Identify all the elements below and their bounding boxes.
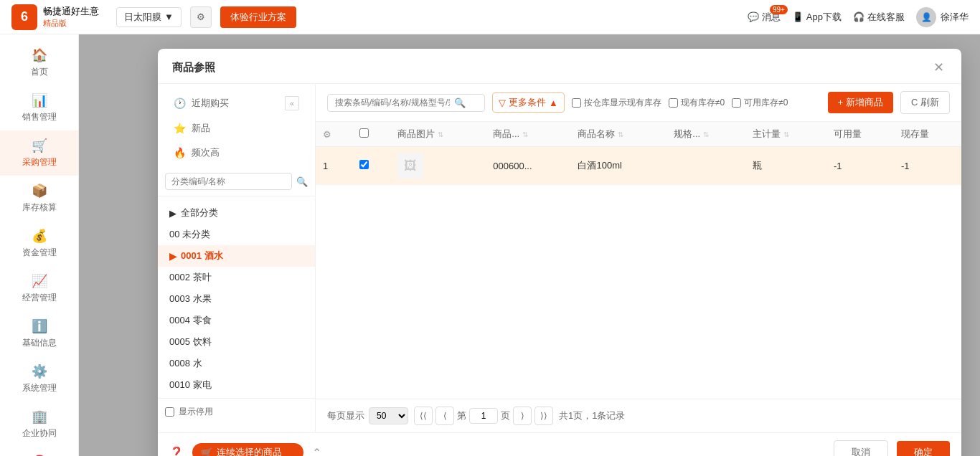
table-row[interactable]: 1 🖼 000600... 白酒100ml 瓶 -1 -1 bbox=[316, 147, 961, 185]
sidebar-item-sales[interactable]: 📊 销售管理 bbox=[0, 85, 78, 130]
experience-button[interactable]: 体验行业方案 bbox=[220, 6, 296, 28]
more-filter-button[interactable]: ▽ 更多条件 ▲ bbox=[492, 92, 565, 113]
online-service-button[interactable]: 🎧 在线客服 bbox=[853, 11, 905, 24]
category-liquor[interactable]: ▶ 0001 酒水 bbox=[158, 245, 315, 267]
collapse-button[interactable]: « bbox=[285, 96, 299, 110]
product-table-wrapper: ⚙ 商品图片⇅ 商品...⇅ 商品名称⇅ bbox=[316, 122, 961, 399]
filter-icon: ▽ bbox=[499, 98, 506, 108]
user-menu[interactable]: 👤 徐泽华 bbox=[916, 7, 969, 27]
confirm-button[interactable]: 确定 bbox=[897, 441, 950, 456]
show-disabled-label[interactable]: 显示停用 bbox=[165, 406, 308, 418]
nav-right: 💬 消息 99+ 📱 App下载 🎧 在线客服 👤 徐泽华 bbox=[748, 7, 969, 27]
sidebar-item-inventory[interactable]: 📦 库存核算 bbox=[0, 176, 78, 221]
top-nav: 6 畅捷通好生意 精品版 日太阳膜 ▼ ⚙ 体验行业方案 💬 消息 99+ 📱 … bbox=[0, 0, 980, 34]
left-bottom: 显示停用 bbox=[158, 398, 315, 425]
toolbar: 🔍 ▽ 更多条件 ▲ 按仓库显示现有库存 bbox=[316, 84, 961, 122]
first-page-button[interactable]: ⟨⟨ bbox=[414, 407, 433, 425]
category-fruit[interactable]: 0003 水果 bbox=[158, 288, 315, 310]
stock-nonzero-label[interactable]: 现有库存≠0 bbox=[669, 97, 725, 109]
category-snacks[interactable]: 0004 零食 bbox=[158, 310, 315, 331]
sort-name-icon: ⇅ bbox=[618, 130, 623, 138]
per-page-select[interactable]: 50 10 20 100 bbox=[369, 407, 408, 424]
home-icon: 🏠 bbox=[32, 47, 47, 63]
sidebar-item-operations[interactable]: 📈 经营管理 bbox=[0, 266, 78, 311]
enterprise-icon: 🏢 bbox=[32, 409, 47, 424]
main-content: 商品参照 ✕ 🕐 近期购买 « ⭐ 新品 bbox=[79, 34, 980, 456]
app-download-button[interactable]: 📱 App下载 bbox=[792, 11, 842, 24]
category-water[interactable]: 0008 水 bbox=[158, 353, 315, 374]
last-page-button[interactable]: ⟩⟩ bbox=[534, 407, 553, 425]
row-select-checkbox[interactable] bbox=[359, 160, 369, 169]
category-drinks[interactable]: 0005 饮料 bbox=[158, 331, 315, 353]
sidebar-label-system: 系统管理 bbox=[22, 382, 57, 394]
tab-recent-purchase[interactable]: 🕐 近期购买 « bbox=[165, 91, 308, 115]
search-icon[interactable]: 🔍 bbox=[454, 98, 466, 108]
warehouse-filter-checkbox[interactable] bbox=[572, 98, 581, 108]
tab-new-products[interactable]: ⭐ 新品 bbox=[165, 117, 308, 140]
sidebar-item-home[interactable]: 🏠 首页 bbox=[0, 40, 78, 85]
product-search-input[interactable] bbox=[335, 98, 450, 108]
purchase-icon: 🛒 bbox=[32, 138, 47, 153]
show-disabled-checkbox[interactable] bbox=[165, 407, 174, 417]
modal-header: 商品参照 ✕ bbox=[158, 49, 961, 84]
page-navigation: ⟨⟨ ⟨ 第 页 ⟩ ⟩⟩ bbox=[414, 407, 553, 425]
next-page-button[interactable]: ⟩ bbox=[513, 407, 532, 425]
filter-arrow-icon: ▲ bbox=[549, 98, 558, 108]
modal-footer: ❓ 🛒 连续选择的商品 0 ⌃ 取消 确定 bbox=[158, 432, 961, 456]
stock-nonzero-checkbox[interactable] bbox=[669, 98, 678, 108]
sidebar-item-system[interactable]: ⚙️ 系统管理 bbox=[0, 356, 78, 402]
settings-icon[interactable]: ⚙ bbox=[190, 6, 212, 28]
category-appliance[interactable]: 0010 家电 bbox=[158, 374, 315, 396]
right-panel: 🔍 ▽ 更多条件 ▲ 按仓库显示现有库存 bbox=[316, 84, 961, 432]
available-nonzero-checkbox[interactable] bbox=[732, 98, 741, 108]
sort-spec-icon: ⇅ bbox=[703, 130, 709, 138]
active-arrow-icon: ▶ bbox=[169, 251, 176, 262]
sidebar-item-basic-info[interactable]: ℹ️ 基础信息 bbox=[0, 311, 78, 356]
prev-page-button[interactable]: ⟨ bbox=[435, 407, 454, 425]
store-selector[interactable]: 日太阳膜 ▼ bbox=[116, 7, 182, 27]
sidebar-item-purchase[interactable]: 🛒 采购管理 bbox=[0, 130, 78, 176]
row-num: 1 bbox=[316, 147, 352, 185]
sidebar-label-basic-info: 基础信息 bbox=[22, 337, 57, 349]
category-unclassified[interactable]: 00 未分类 bbox=[158, 224, 315, 245]
sidebar-label-home: 首页 bbox=[31, 66, 48, 78]
category-search-icon[interactable]: 🔍 bbox=[296, 176, 308, 187]
sidebar-item-enterprise[interactable]: 🏢 企业协同 bbox=[0, 402, 78, 447]
refresh-button[interactable]: C 刷新 bbox=[900, 91, 950, 114]
available-nonzero-label[interactable]: 可用库存≠0 bbox=[732, 97, 788, 109]
logo-icon: 6 bbox=[11, 4, 37, 30]
row-name: 白酒100ml bbox=[570, 147, 666, 185]
select-all-checkbox[interactable] bbox=[359, 128, 369, 138]
product-search-box: 🔍 bbox=[327, 94, 485, 112]
table-settings-icon[interactable]: ⚙ bbox=[323, 129, 331, 140]
row-image: 🖼 bbox=[390, 147, 486, 185]
help-icon[interactable]: ❓ bbox=[169, 446, 184, 457]
sidebar-label-inventory: 库存核算 bbox=[22, 201, 57, 214]
cancel-button[interactable]: 取消 bbox=[834, 440, 888, 456]
category-tea[interactable]: 0002 茶叶 bbox=[158, 267, 315, 288]
category-search: 🔍 bbox=[158, 170, 315, 196]
tab-frequent[interactable]: 🔥 频次高 bbox=[165, 141, 308, 164]
modal-close-button[interactable]: ✕ bbox=[930, 59, 947, 76]
row-available: -1 bbox=[826, 147, 894, 185]
col-settings: ⚙ bbox=[316, 122, 352, 147]
page-number-input[interactable] bbox=[469, 408, 498, 424]
row-checkbox bbox=[352, 147, 390, 185]
category-all[interactable]: ▶ 全部分类 bbox=[158, 202, 315, 224]
main-layout: 🏠 首页 📊 销售管理 🛒 采购管理 📦 库存核算 💰 资金管理 📈 经营管理 … bbox=[0, 34, 980, 456]
sort-image-icon: ⇅ bbox=[438, 130, 443, 138]
messages-button[interactable]: 💬 消息 99+ bbox=[748, 11, 781, 24]
sidebar-item-finance[interactable]: 💰 资金管理 bbox=[0, 221, 78, 266]
col-unit: 主计量⇅ bbox=[745, 122, 826, 147]
sidebar-label-finance: 资金管理 bbox=[22, 247, 57, 259]
add-product-button[interactable]: + 新增商品 bbox=[828, 92, 893, 113]
footer-collapse-icon[interactable]: ⌃ bbox=[312, 446, 321, 457]
sidebar-item-guide[interactable]: 🎯 新手引导 bbox=[0, 447, 78, 456]
col-current: 现存量 bbox=[894, 122, 961, 147]
product-reference-modal: 商品参照 ✕ 🕐 近期购买 « ⭐ 新品 bbox=[158, 49, 961, 456]
cart-badge[interactable]: 🛒 连续选择的商品 0 bbox=[192, 443, 303, 456]
category-search-input[interactable] bbox=[165, 173, 292, 190]
warehouse-filter-label[interactable]: 按仓库显示现有库存 bbox=[572, 97, 661, 109]
modal-title: 商品参照 bbox=[172, 61, 215, 75]
sidebar-label-operations: 经营管理 bbox=[22, 292, 57, 304]
